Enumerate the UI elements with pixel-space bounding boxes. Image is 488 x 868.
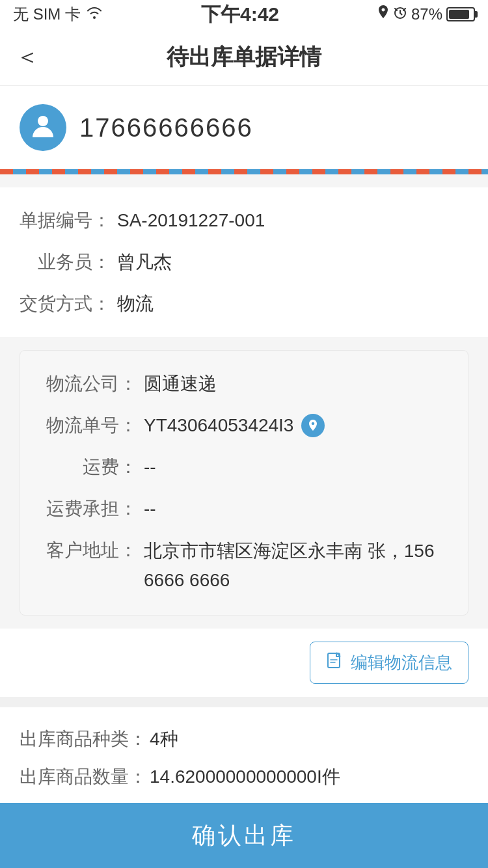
product-types-label: 出库商品种类：: [20, 727, 150, 752]
product-types-value: 4种: [150, 727, 178, 752]
product-qty-value: 14.62000000000000I件: [150, 765, 340, 789]
dashed-divider: [0, 169, 488, 174]
nav-bar: ＜ 待出库单据详情: [0, 29, 488, 86]
delivery-method-row: 交货方式： 物流: [20, 290, 468, 318]
section-divider: [0, 697, 488, 707]
freight-bearer-label: 运费承担：: [40, 495, 144, 522]
product-qty-label: 出库商品数量：: [20, 765, 150, 789]
battery-icon: [446, 7, 475, 21]
freight-row: 运费： --: [40, 454, 448, 481]
tracking-no-label: 物流单号：: [40, 412, 144, 439]
status-bar: 无 SIM 卡 下午4:42 87%: [0, 0, 488, 29]
basic-info-section: 单据编号： SA-20191227-001 业务员： 曾凡杰 交货方式： 物流: [0, 187, 488, 337]
logistics-section: 物流公司： 圆通速递 物流单号： YT43064053424I3 运费： -- …: [20, 350, 468, 616]
wifi-icon: [86, 6, 103, 23]
address-value: 北京市市辖区海淀区永丰南 张，156 6666 6666: [144, 537, 448, 595]
page-content: 17666666666 单据编号： SA-20191227-001 业务员： 曾…: [0, 86, 488, 868]
bottom-bar[interactable]: 确认出库: [0, 803, 488, 868]
alarm-icon: [393, 5, 407, 23]
sales-person-label: 业务员：: [20, 249, 117, 276]
svg-point-1: [38, 116, 48, 126]
logistics-company-label: 物流公司：: [40, 370, 144, 398]
freight-value: --: [144, 454, 448, 481]
product-qty-row: 出库商品数量： 14.62000000000000I件: [20, 765, 468, 789]
track-location-icon[interactable]: [301, 414, 325, 437]
customer-header: 17666666666: [0, 86, 488, 169]
freight-bearer-row: 运费承担： --: [40, 495, 448, 522]
status-right: 87%: [377, 5, 475, 23]
avatar: [20, 104, 66, 151]
location-status-icon: [377, 5, 389, 23]
status-time: 下午4:42: [201, 1, 279, 28]
status-left: 无 SIM 卡: [13, 4, 103, 25]
product-types-row: 出库商品种类： 4种: [20, 727, 468, 752]
customer-phone: 17666666666: [79, 113, 253, 142]
battery-percent: 87%: [411, 5, 442, 23]
order-no-value: SA-20191227-001: [117, 207, 468, 234]
order-no-label: 单据编号：: [20, 207, 117, 234]
sales-person-row: 业务员： 曾凡杰: [20, 249, 468, 276]
edit-logistics-label: 编辑物流信息: [351, 651, 452, 674]
svg-rect-2: [328, 653, 340, 668]
confirm-button[interactable]: 确认出库: [192, 820, 296, 852]
tracking-no-value: YT43064053424I3: [144, 412, 448, 439]
edit-logistics-section: 编辑物流信息: [0, 629, 488, 697]
edit-logistics-button[interactable]: 编辑物流信息: [310, 642, 468, 684]
address-label: 客户地址：: [40, 537, 144, 564]
tracking-no-row: 物流单号： YT43064053424I3: [40, 412, 448, 439]
freight-bearer-value: --: [144, 495, 448, 522]
sales-person-value: 曾凡杰: [117, 249, 468, 276]
order-no-row: 单据编号： SA-20191227-001: [20, 207, 468, 234]
address-row: 客户地址： 北京市市辖区海淀区永丰南 张，156 6666 6666: [40, 537, 448, 595]
logistics-company-row: 物流公司： 圆通速递: [40, 370, 448, 398]
page-title: 待出库单据详情: [167, 42, 321, 72]
back-button[interactable]: ＜: [16, 41, 39, 73]
delivery-method-label: 交货方式：: [20, 290, 117, 318]
sim-label: 无 SIM 卡: [13, 4, 81, 25]
delivery-method-value: 物流: [117, 290, 468, 318]
freight-label: 运费：: [40, 454, 144, 481]
summary-section: 出库商品种类： 4种 出库商品数量： 14.62000000000000I件: [0, 707, 488, 809]
avatar-icon: [29, 111, 57, 144]
logistics-company-value: 圆通速递: [144, 370, 448, 398]
edit-icon: [326, 651, 344, 674]
